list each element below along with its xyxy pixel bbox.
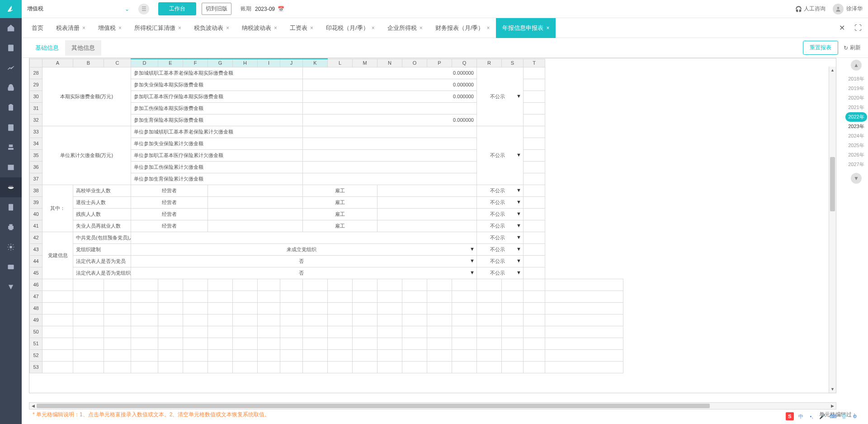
cell-label[interactable]: 失业人员再就业人数 <box>73 220 131 232</box>
spreadsheet[interactable]: ABCDEFGHIJKLMNOPQRST 28本期实际缴费金额(万元)参加城镇职… <box>29 58 623 373</box>
cell[interactable] <box>208 291 233 302</box>
col-A[interactable]: A <box>42 59 73 67</box>
cell[interactable] <box>131 338 158 349</box>
cell[interactable] <box>73 314 104 326</box>
cell[interactable] <box>524 279 545 291</box>
cell[interactable] <box>377 361 402 373</box>
close-icon[interactable]: × <box>118 25 122 31</box>
nav-bag[interactable] <box>0 78 22 98</box>
cell[interactable] <box>158 326 183 338</box>
cell[interactable] <box>183 302 208 314</box>
row-49[interactable]: 49 <box>30 314 42 326</box>
refresh-button[interactable]: ↻ 刷新 <box>844 44 861 52</box>
col-corner[interactable] <box>30 59 42 67</box>
cell[interactable] <box>303 291 328 302</box>
cell[interactable] <box>328 338 353 349</box>
col-G[interactable]: G <box>208 59 233 67</box>
col-O[interactable]: O <box>402 59 427 67</box>
cell[interactable] <box>502 349 524 361</box>
nav-clipboard[interactable] <box>0 98 22 118</box>
cell[interactable] <box>328 314 353 326</box>
cell[interactable] <box>158 302 183 314</box>
cell-display[interactable]: 不公示▼ <box>477 255 524 267</box>
cell[interactable] <box>402 279 427 291</box>
cell-value[interactable] <box>303 161 477 173</box>
row-52[interactable]: 52 <box>30 349 42 361</box>
cell[interactable] <box>158 349 183 361</box>
cell-value[interactable]: 0.000000 <box>303 114 477 126</box>
nav-chart[interactable] <box>0 58 22 78</box>
cell[interactable] <box>42 291 73 302</box>
cell[interactable] <box>42 326 73 338</box>
cell[interactable] <box>233 338 258 349</box>
row-51[interactable]: 51 <box>30 338 42 349</box>
close-icon[interactable]: × <box>372 25 375 31</box>
row-45[interactable]: 45 <box>30 267 42 279</box>
cell[interactable] <box>402 291 427 302</box>
cell-mid[interactable]: 否▼ <box>131 255 477 267</box>
cell[interactable] <box>502 302 524 314</box>
cell[interactable] <box>353 291 377 302</box>
cell[interactable] <box>502 291 524 302</box>
row-44[interactable]: 44 <box>30 255 42 267</box>
col-E[interactable]: E <box>158 59 183 67</box>
cell-value[interactable] <box>303 138 477 149</box>
cell[interactable] <box>183 349 208 361</box>
cell[interactable] <box>73 349 104 361</box>
cell[interactable] <box>303 349 328 361</box>
cell-label[interactable]: 单位参加职工基本医疗保险累计欠缴金额 <box>131 149 303 161</box>
close-icon[interactable]: × <box>420 25 423 31</box>
cell-op[interactable]: 经营者 <box>131 220 208 232</box>
cell-value[interactable]: 0.000000 <box>303 91 477 102</box>
cell[interactable] <box>452 314 477 326</box>
cell[interactable] <box>545 361 623 373</box>
cell[interactable] <box>208 349 233 361</box>
close-icon[interactable]: × <box>178 25 181 31</box>
cell[interactable] <box>545 349 623 361</box>
cell[interactable] <box>104 361 131 373</box>
cell[interactable] <box>328 279 353 291</box>
tab-增值税[interactable]: 增值税× <box>92 18 128 38</box>
cell[interactable] <box>545 338 623 349</box>
cell[interactable] <box>402 302 427 314</box>
cell-value[interactable] <box>303 149 477 161</box>
cell[interactable] <box>258 314 280 326</box>
cell[interactable] <box>208 338 233 349</box>
user-menu[interactable]: 徐泽华 <box>833 4 863 14</box>
cell[interactable] <box>427 361 452 373</box>
cell[interactable] <box>477 338 502 349</box>
cell[interactable] <box>545 314 623 326</box>
row-37[interactable]: 37 <box>30 173 42 185</box>
scroll-left-icon[interactable]: ◀ <box>29 403 37 409</box>
cell[interactable] <box>502 361 524 373</box>
scroll-down-icon[interactable]: ▼ <box>829 386 836 393</box>
col-S[interactable]: S <box>502 59 524 67</box>
cell[interactable] <box>402 314 427 326</box>
cell[interactable] <box>280 338 303 349</box>
cell[interactable] <box>353 279 377 291</box>
ime-mic-icon[interactable]: 🎤 <box>818 412 826 420</box>
cell[interactable] <box>377 208 477 220</box>
year-up-button[interactable]: ▲ <box>851 60 862 71</box>
cell-emp[interactable]: 雇工 <box>303 196 377 208</box>
cell[interactable] <box>524 326 545 338</box>
cell[interactable] <box>502 279 524 291</box>
cell[interactable] <box>280 279 303 291</box>
year-2021年[interactable]: 2021年 <box>845 103 867 112</box>
cell[interactable] <box>545 302 623 314</box>
year-2026年[interactable]: 2026年 <box>845 150 867 160</box>
cell[interactable] <box>477 314 502 326</box>
col-M[interactable]: M <box>353 59 377 67</box>
tab-税负波动表[interactable]: 税负波动表× <box>188 18 236 38</box>
cell[interactable] <box>131 314 158 326</box>
cell[interactable] <box>377 279 402 291</box>
cell[interactable] <box>183 361 208 373</box>
cell[interactable] <box>328 302 353 314</box>
cell-label[interactable]: 单位参加失业保险累计欠缴金额 <box>131 138 303 149</box>
cell[interactable] <box>42 314 73 326</box>
cell[interactable] <box>353 302 377 314</box>
nav-receipt[interactable] <box>0 197 22 217</box>
row-30[interactable]: 30 <box>30 91 42 102</box>
row-50[interactable]: 50 <box>30 326 42 338</box>
subtab-basic[interactable]: 基础信息 <box>29 40 65 56</box>
